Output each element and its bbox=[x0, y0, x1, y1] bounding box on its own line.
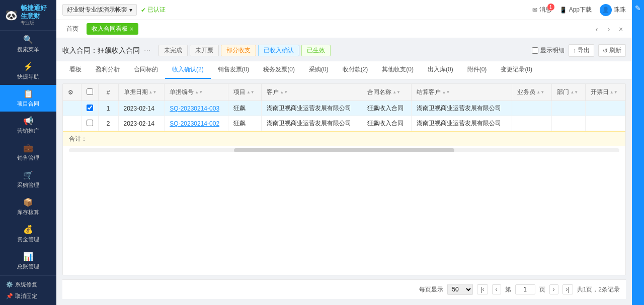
select-all-checkbox[interactable] bbox=[87, 88, 93, 95]
header-actions: 显示明细 ↑ 导出 ↺ 刷新 bbox=[532, 44, 626, 57]
contract-title: 收入合同：狂飙收入合同 bbox=[62, 46, 140, 55]
sub-tab-11[interactable]: 变更记录(0) bbox=[494, 61, 539, 79]
sidebar-item-3[interactable]: 📢营销推广 bbox=[0, 112, 56, 139]
show-detail-input[interactable] bbox=[532, 47, 538, 54]
row-settings-1[interactable] bbox=[63, 116, 81, 131]
export-button[interactable]: ↑ 导出 bbox=[569, 44, 594, 57]
tab-next-icon[interactable]: › bbox=[604, 24, 614, 34]
right-panel-edit-icon[interactable]: ✎ bbox=[633, 2, 643, 14]
row-checkbox-1[interactable] bbox=[87, 120, 93, 126]
page-number-input[interactable] bbox=[515, 284, 535, 294]
message-badge: 1 bbox=[547, 4, 554, 11]
th-contract-name[interactable]: 合同名称▲▼ bbox=[362, 84, 412, 101]
table-row: 2 2023-02-14 SQ-20230214-002 狂飙 湖南卫视商业运营… bbox=[63, 116, 625, 131]
status-btn-1[interactable]: 未开票 bbox=[190, 45, 219, 56]
user-info[interactable]: 👤 珠珠 bbox=[600, 4, 626, 16]
th-settings[interactable]: ⚙ bbox=[63, 84, 81, 101]
row-settlement-1: 湖南卫视商业运营发展有限公司 bbox=[412, 116, 512, 131]
tab-contract-board[interactable]: 收入合同看板 × bbox=[87, 23, 138, 35]
th-settlement-customer[interactable]: 结算客户▲▼ bbox=[412, 84, 512, 101]
show-detail-checkbox[interactable]: 显示明细 bbox=[532, 46, 565, 55]
refresh-icon: ↺ bbox=[603, 47, 608, 54]
message-action[interactable]: ✉ 消息 1 bbox=[532, 6, 551, 14]
row-check-1[interactable] bbox=[81, 116, 98, 131]
status-btn-3[interactable]: 已收入确认 bbox=[258, 45, 299, 56]
row-number-link-1[interactable]: SQ-20230214-002 bbox=[170, 120, 219, 127]
th-invoice-date[interactable]: 开票日▲▼ bbox=[585, 84, 625, 101]
company-selector[interactable]: 好业财专业版演示帐套 ▾ bbox=[62, 4, 137, 16]
sub-tab-3[interactable]: 收入确认(2) bbox=[165, 61, 211, 79]
row-check-0[interactable] bbox=[81, 101, 98, 116]
sidebar-item-2[interactable]: 📋项目合同 bbox=[0, 85, 56, 112]
sub-tab-8[interactable]: 其他收支(0) bbox=[375, 61, 421, 79]
row-number-1[interactable]: SQ-20230214-002 bbox=[165, 116, 228, 131]
th-number[interactable]: 单据编号▲▼ bbox=[165, 84, 228, 101]
sub-tab-7[interactable]: 收付款(2) bbox=[336, 61, 375, 79]
row-invoice-date-1 bbox=[585, 116, 625, 131]
refresh-button[interactable]: ↺ 刷新 bbox=[598, 44, 626, 57]
page-prev-btn[interactable]: ‹ bbox=[492, 284, 501, 294]
verified-badge: ✔ 已认证 bbox=[141, 6, 166, 14]
right-panel: ✎ bbox=[632, 0, 644, 305]
row-settings-0[interactable] bbox=[63, 101, 81, 116]
status-btn-2[interactable]: 部分收支 bbox=[221, 45, 256, 56]
th-department[interactable]: 部门▲▼ bbox=[552, 84, 585, 101]
per-page-select[interactable]: 50 20 100 bbox=[447, 284, 473, 295]
sidebar-icon-7: 💰 bbox=[23, 225, 33, 234]
sidebar-item-5[interactable]: 🛒采购管理 bbox=[0, 166, 56, 193]
sidebar-label-1: 快捷导航 bbox=[17, 73, 39, 80]
tab-prev-icon[interactable]: ‹ bbox=[592, 24, 602, 34]
tab-close-icon[interactable]: × bbox=[130, 26, 133, 33]
status-btn-4[interactable]: 已生效 bbox=[301, 45, 331, 56]
page-of-label: 页 bbox=[539, 285, 545, 294]
sidebar-item-6[interactable]: 📦库存核算 bbox=[0, 193, 56, 220]
sub-tab-6[interactable]: 采购(0) bbox=[302, 61, 336, 79]
sub-tab-0[interactable]: 看板 bbox=[62, 61, 89, 79]
sidebar-item-4[interactable]: 💼销售管理 bbox=[0, 139, 56, 166]
sub-tab-10[interactable]: 附件(0) bbox=[460, 61, 494, 79]
show-detail-label: 显示明细 bbox=[540, 46, 565, 55]
app-download-action[interactable]: 📱 App下载 bbox=[559, 6, 592, 14]
sub-tab-1[interactable]: 盈利分析 bbox=[89, 61, 127, 79]
home-label: 首页 bbox=[66, 25, 78, 32]
th-customer[interactable]: 客户▲▼ bbox=[262, 84, 362, 101]
sub-tab-2[interactable]: 合同标的 bbox=[127, 61, 165, 79]
sidebar-item-7[interactable]: 💰资金管理 bbox=[0, 221, 56, 247]
topbar-left: 好业财专业版演示帐套 ▾ ✔ 已认证 bbox=[62, 4, 166, 16]
sub-tab-9[interactable]: 出入库(0) bbox=[421, 61, 460, 79]
row-department-0 bbox=[552, 101, 585, 116]
row-department-1 bbox=[552, 116, 585, 131]
th-project[interactable]: 项目▲▼ bbox=[228, 84, 261, 101]
repair-icon: ⚙️ bbox=[6, 281, 13, 288]
tab-home[interactable]: 首页 bbox=[62, 22, 83, 36]
sub-tab-5[interactable]: 税务发票(0) bbox=[256, 61, 302, 79]
row-salesperson-0 bbox=[512, 101, 552, 116]
status-buttons: 未完成未开票部分收支已收入确认已生效 bbox=[158, 45, 331, 56]
tab-nav-icons: ‹ › × bbox=[592, 24, 626, 34]
sidebar-item-0[interactable]: 🔍搜索菜单 bbox=[0, 31, 56, 57]
page-next-btn[interactable]: › bbox=[549, 284, 558, 294]
th-salesperson[interactable]: 业务员▲▼ bbox=[512, 84, 552, 101]
th-checkbox[interactable] bbox=[81, 84, 98, 101]
sidebar-bottom-repair[interactable]: ⚙️ 系统修复 bbox=[3, 279, 53, 290]
sidebar-bottom-unpin[interactable]: 📌 取消固定 bbox=[3, 290, 53, 302]
page-last-btn[interactable]: ›| bbox=[562, 284, 573, 294]
sort-project-icon: ▲▼ bbox=[247, 90, 255, 94]
more-options[interactable]: ··· bbox=[144, 46, 150, 55]
row-checkbox-0[interactable] bbox=[87, 105, 93, 111]
sort-number-icon: ▲▼ bbox=[195, 90, 203, 94]
sidebar-item-8[interactable]: 📊总账管理 bbox=[0, 248, 56, 274]
page-first-btn[interactable]: |‹ bbox=[477, 284, 488, 294]
user-name: 珠珠 bbox=[614, 6, 626, 14]
tab-close-all-icon[interactable]: × bbox=[616, 24, 626, 34]
status-btn-0[interactable]: 未完成 bbox=[158, 45, 188, 56]
row-number-link-0[interactable]: SQ-20230214-003 bbox=[170, 105, 219, 112]
th-date[interactable]: 单据日期▲▼ bbox=[118, 84, 165, 101]
scroll-bar-thumb[interactable] bbox=[234, 148, 454, 152]
sub-tab-4[interactable]: 销售发票(0) bbox=[211, 61, 257, 79]
row-number-0[interactable]: SQ-20230214-003 bbox=[165, 101, 228, 116]
th-number-label: 单据编号 bbox=[170, 88, 194, 96]
sidebar-item-1[interactable]: ⚡快捷导航 bbox=[0, 58, 56, 84]
th-num: # bbox=[98, 84, 118, 101]
scroll-bar-area[interactable] bbox=[69, 148, 619, 152]
